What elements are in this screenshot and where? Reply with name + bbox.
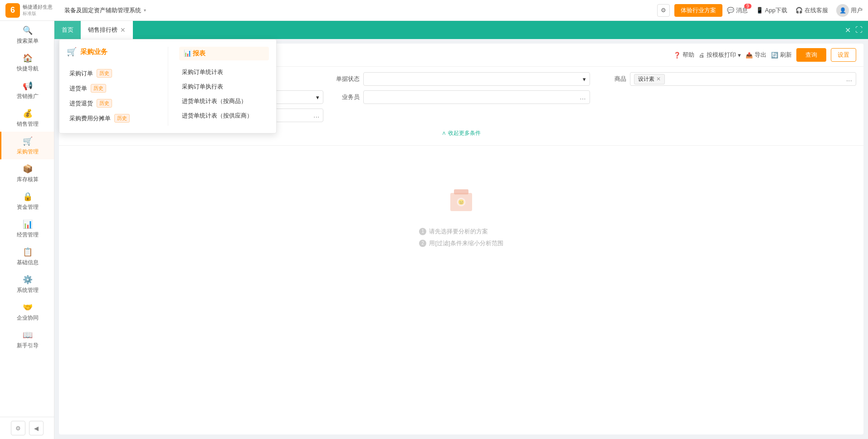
- headset-icon: 🎧: [795, 7, 803, 14]
- messages-badge: 9: [744, 4, 751, 9]
- menu-item-purchase-return[interactable]: 进货退货 历史: [67, 96, 157, 111]
- sidebar-item-finance[interactable]: 🔒 资金管理: [0, 187, 54, 215]
- export-button[interactable]: 📤 导出: [746, 51, 766, 59]
- sidebar-label-quick-nav: 快捷导航: [17, 65, 39, 73]
- tab-home-label: 首页: [62, 26, 73, 34]
- export-icon: 📤: [746, 52, 753, 59]
- purchase-receipt-history-badge: 历史: [91, 84, 106, 93]
- sidebar-label-newbie: 新手引导: [17, 342, 39, 350]
- sidebar-item-system[interactable]: ⚙️ 系统管理: [0, 270, 54, 298]
- help-button[interactable]: ❓ 帮助: [673, 51, 694, 59]
- system-title-text: 装备及固定资产辅助管理系统: [64, 6, 141, 15]
- query-button[interactable]: 查询: [796, 48, 826, 62]
- sidebar-label-operations: 经营管理: [17, 231, 39, 239]
- rank-item-dropdown-icon: ▾: [316, 94, 319, 101]
- refresh-icon: 🔄: [771, 52, 778, 59]
- industry-solution-button[interactable]: 体验行业方案: [674, 4, 722, 17]
- sidebar-label-sales: 销售管理: [17, 120, 39, 128]
- system-icon: ⚙️: [23, 275, 33, 285]
- report-menu-column: 📊 报表 采购订单统计表 采购订单执行表 进货单统计表（按商品） 进货单统计表（…: [179, 47, 269, 126]
- menu-item-purchase-order-exec[interactable]: 采购订单执行表: [179, 79, 269, 94]
- sidebar-item-purchase[interactable]: 🛒 采购管理: [0, 132, 54, 159]
- salesperson-dots[interactable]: ...: [580, 93, 585, 101]
- purchase-dropdown-menu: 🛒 采购业务 采购订单 历史 进货单 历史 进货退货 历史 采购费用分摊单 历史…: [59, 39, 277, 133]
- doc-status-label: 单据状态: [332, 75, 360, 83]
- print-button[interactable]: 🖨 按模板打印 ▾: [699, 51, 741, 59]
- sidebar-item-search[interactable]: 🔍 搜索菜单: [0, 21, 54, 49]
- report-menu-icon: 📊: [184, 49, 191, 57]
- print-dropdown-icon: ▾: [738, 52, 741, 59]
- sidebar-label-finance: 资金管理: [17, 203, 39, 211]
- home-icon: 🏠: [23, 53, 33, 63]
- finance-icon: 🔒: [23, 192, 33, 202]
- settings-gear-button[interactable]: ⚙: [657, 4, 670, 17]
- tab-close-icon[interactable]: ✕: [120, 26, 126, 34]
- logo-text-line2: 标准版: [23, 10, 53, 17]
- sidebar-label-marketing: 营销推广: [17, 93, 39, 100]
- purchase-menu-icon: 🛒: [67, 47, 77, 57]
- tab-bar: 首页 销售排行榜 ✕ ✕ ⛶: [54, 21, 868, 39]
- sidebar-item-operations[interactable]: 📊 经营管理: [0, 215, 54, 242]
- user-button[interactable]: 👤 用户: [836, 4, 863, 17]
- sidebar-item-quick-nav[interactable]: 🏠 快捷导航: [0, 49, 54, 76]
- sidebar-item-newbie[interactable]: 📖 新手引导: [0, 326, 54, 353]
- menu-item-purchase-order[interactable]: 采购订单 历史: [67, 66, 157, 81]
- empty-tip-2: 2 用[过滤]条件来缩小分析范围: [419, 237, 503, 249]
- menu-item-purchase-receipt[interactable]: 进货单 历史: [67, 81, 157, 96]
- purchase-expense-history-badge: 历史: [114, 114, 130, 123]
- search-icon: 🔍: [23, 25, 33, 35]
- refresh-button[interactable]: 🔄 刷新: [771, 51, 792, 59]
- sidebar-label-basic-info: 基础信息: [17, 259, 39, 266]
- sidebar-item-marketing[interactable]: 📢 营销推广: [0, 76, 54, 104]
- message-icon: 💬: [727, 7, 734, 14]
- online-service-button[interactable]: 🎧 在线客服: [795, 6, 828, 15]
- salesperson-select[interactable]: ...: [363, 90, 590, 104]
- top-header: 6 畅捷通好生意 标准版 装备及固定资产辅助管理系统 ▾ ⚙ 体验行业方案 💬 …: [0, 0, 868, 21]
- goods-select[interactable]: 设计素 ✕ ...: [630, 72, 856, 86]
- sidebar-item-enterprise[interactable]: 🤝 企业协同: [0, 298, 54, 326]
- tab-expand-icon[interactable]: ⛶: [855, 26, 863, 34]
- tab-close-all-icon[interactable]: ✕: [845, 26, 851, 35]
- tab-sales-ranking[interactable]: 销售排行榜 ✕: [81, 21, 133, 39]
- settings-button[interactable]: 设置: [831, 48, 856, 62]
- report-menu-title: 📊 报表: [179, 47, 269, 60]
- customer-dots[interactable]: ...: [313, 111, 319, 119]
- collapse-arrow-icon: ∧: [442, 130, 446, 136]
- menu-item-receipt-stat-by-goods[interactable]: 进货单统计表（按商品）: [179, 94, 269, 109]
- purchase-menu-title-text: 采购业务: [80, 48, 107, 56]
- menu-item-purchase-order-stat[interactable]: 采购订单统计表: [179, 65, 269, 79]
- goods-tag-close[interactable]: ✕: [656, 76, 661, 82]
- tip-dot-2: 2: [419, 240, 426, 247]
- tab-bar-right: ✕ ⛶: [845, 21, 868, 39]
- salesperson-filter: 业务员 ...: [332, 90, 590, 104]
- sidebar-item-sales[interactable]: 💰 销售管理: [0, 104, 54, 132]
- inventory-icon: 📦: [23, 164, 33, 174]
- empty-tip-1: 1 请先选择要分析的方案: [419, 226, 503, 237]
- operations-icon: 📊: [23, 219, 33, 229]
- report-menu-title-text: 报表: [193, 49, 205, 57]
- menu-divider: [168, 47, 168, 126]
- sidebar-bottom: ⚙ ◀: [0, 417, 54, 439]
- basic-info-icon: 📋: [23, 247, 33, 257]
- menu-item-purchase-expense[interactable]: 采购费用分摊单 历史: [67, 111, 157, 126]
- app-download-button[interactable]: 📱 App下载: [756, 6, 787, 15]
- doc-status-dropdown-icon: ▾: [583, 76, 586, 83]
- purchase-menu-title: 🛒 采购业务: [67, 47, 157, 60]
- sidebar-collapse-button[interactable]: ◀: [29, 421, 44, 435]
- goods-tag: 设计素 ✕: [634, 74, 665, 84]
- phone-icon: 📱: [756, 7, 763, 14]
- doc-status-filter-item: 单据状态 ▾: [332, 72, 590, 86]
- doc-status-select[interactable]: ▾: [363, 72, 590, 86]
- sidebar-item-inventory[interactable]: 📦 库存核算: [0, 159, 54, 187]
- menu-item-receipt-stat-by-supplier[interactable]: 进货单统计表（按供应商）: [179, 109, 269, 123]
- sidebar-item-basic-info[interactable]: 📋 基础信息: [0, 242, 54, 270]
- goods-label: 商品: [599, 75, 626, 83]
- svg-text:😐: 😐: [458, 199, 464, 205]
- logo-icon: 6: [5, 3, 20, 18]
- goods-dots[interactable]: ...: [846, 75, 852, 83]
- user-avatar: 👤: [836, 4, 849, 17]
- system-title-dropdown-icon[interactable]: ▾: [144, 8, 146, 13]
- tab-home[interactable]: 首页: [54, 21, 81, 39]
- sidebar-settings-button[interactable]: ⚙: [11, 421, 25, 435]
- messages-button[interactable]: 💬 消息 9: [727, 6, 748, 15]
